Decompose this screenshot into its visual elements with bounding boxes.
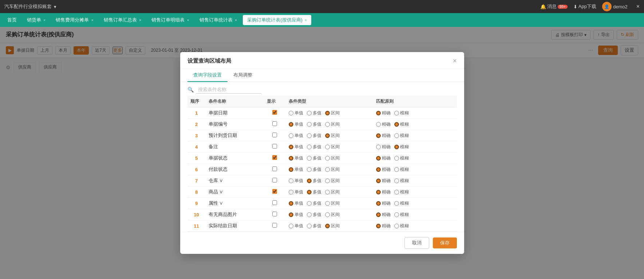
top-close-button[interactable]: × [636, 3, 640, 10]
match-radio-match_exact[interactable]: 精确 [376, 178, 391, 184]
user-menu[interactable]: 👤 demo2 [602, 2, 628, 11]
type-radio-type_single[interactable]: 单值 [289, 223, 303, 229]
match-radio-match_fuzzy[interactable]: 模糊 [394, 189, 409, 195]
type-radio-type_multi[interactable]: 多值 [307, 144, 321, 150]
type-radio-type_multi[interactable]: 多值 [307, 178, 321, 184]
show-checkbox[interactable] [272, 110, 277, 115]
match-radio-match_fuzzy[interactable]: 模糊 [394, 200, 409, 207]
show-checkbox[interactable] [272, 133, 277, 137]
type-radio-type_single[interactable]: 单值 [289, 144, 303, 150]
close-sales-stat3[interactable]: × [235, 18, 237, 22]
row-order: 1 [187, 107, 206, 119]
type-radio-type_range[interactable]: 区间 [325, 212, 340, 218]
match-radio-match_exact[interactable]: 精确 [376, 189, 391, 195]
cancel-button[interactable]: 取消 [404, 237, 429, 249]
row-match: 精确模糊 [373, 141, 457, 153]
type-radio-type_multi[interactable]: 多值 [307, 200, 321, 207]
match-radio-match_fuzzy[interactable]: 模糊 [394, 212, 409, 218]
close-sales-expense[interactable]: × [91, 18, 93, 22]
nav-tab-sales-stat1[interactable]: 销售订单汇总表 × [99, 15, 146, 25]
dropdown-icon[interactable]: ▾ [54, 4, 56, 9]
show-checkbox[interactable] [272, 189, 277, 194]
app-download[interactable]: ⬇ App下载 [573, 3, 596, 10]
show-checkbox[interactable] [272, 223, 277, 228]
type-radio-type_single[interactable]: 单值 [289, 189, 303, 195]
type-radio-type_multi[interactable]: 多值 [307, 212, 321, 218]
type-radio-type_single[interactable]: 单值 [289, 133, 303, 139]
type-radio-type_range[interactable]: 区间 [325, 110, 340, 116]
type-radio-type_range[interactable]: 区间 [325, 189, 340, 195]
type-radio-type_multi[interactable]: 多值 [307, 155, 321, 161]
row-condition-name: 单据日期 [206, 107, 264, 119]
row-show [264, 130, 286, 141]
type-radio-type_multi[interactable]: 多值 [307, 133, 321, 139]
nav-tab-sales-order[interactable]: 销货单 × [23, 15, 50, 25]
type-radio-type_single[interactable]: 单值 [289, 212, 303, 218]
nav-tab-sales-expense[interactable]: 销售费用分摊单 × [51, 15, 98, 25]
close-sales-order[interactable]: × [43, 18, 46, 22]
type-radio-type_range[interactable]: 区间 [325, 133, 340, 139]
nav-tab-sales-stat2[interactable]: 销售订单明细表 × [147, 15, 193, 25]
type-radio-type_range[interactable]: 区间 [325, 166, 340, 173]
match-radio-match_fuzzy[interactable]: 模糊 [394, 223, 409, 229]
type-radio-type_range[interactable]: 区间 [325, 200, 340, 207]
type-radio-type_range[interactable]: 区间 [325, 121, 340, 127]
tab-layout-adjust[interactable]: 布局调整 [228, 69, 258, 82]
match-radio-match_exact[interactable]: 精确 [376, 110, 391, 116]
show-checkbox[interactable] [272, 178, 277, 182]
type-radio-type_range[interactable]: 区间 [325, 223, 340, 229]
nav-tab-sales-stat3[interactable]: 销售订单统计表 × [195, 15, 241, 25]
match-radio-match_exact[interactable]: 精确 [376, 155, 391, 161]
type-radio-type_single[interactable]: 单值 [289, 166, 303, 173]
match-radio-match_exact[interactable]: 精确 [376, 144, 391, 150]
row-show [264, 186, 286, 198]
match-radio-match_fuzzy[interactable]: 模糊 [394, 133, 409, 139]
type-radio-type_range[interactable]: 区间 [325, 155, 340, 161]
row-match: 精确模糊 [373, 153, 457, 164]
show-checkbox[interactable] [272, 166, 277, 171]
modal-close-button[interactable]: × [453, 57, 457, 65]
close-sales-stat2[interactable]: × [187, 18, 189, 22]
match-radio-match_exact[interactable]: 精确 [376, 133, 391, 139]
nav-tab-home[interactable]: 首页 [3, 15, 21, 25]
show-checkbox[interactable] [272, 212, 277, 216]
type-radio-type_range[interactable]: 区间 [325, 178, 340, 184]
tab-query-fields[interactable]: 查询字段设置 [187, 69, 228, 82]
show-checkbox[interactable] [272, 144, 277, 149]
type-radio-type_multi[interactable]: 多值 [307, 189, 321, 195]
match-radio-match_fuzzy[interactable]: 模糊 [394, 178, 409, 184]
match-radio-match_exact[interactable]: 精确 [376, 223, 391, 229]
match-radio-match_exact[interactable]: 精确 [376, 121, 391, 127]
type-radio-type_single[interactable]: 单值 [289, 155, 303, 161]
match-radio-match_exact[interactable]: 精确 [376, 212, 391, 218]
type-radio-type_multi[interactable]: 多值 [307, 223, 321, 229]
match-radio-match_exact[interactable]: 精确 [376, 200, 391, 207]
close-sales-stat1[interactable]: × [139, 18, 141, 22]
type-radio-type_range[interactable]: 区间 [325, 144, 340, 150]
type-radio-type_single[interactable]: 单值 [289, 110, 303, 116]
match-radio-match_fuzzy[interactable]: 模糊 [394, 121, 409, 127]
close-purchase-stat[interactable]: × [305, 18, 307, 22]
show-checkbox[interactable] [272, 200, 277, 205]
type-radio-type_single[interactable]: 单值 [289, 178, 303, 184]
table-row: 3预计到货日期单值多值区间精确模糊 [187, 130, 457, 141]
match-radio-match_fuzzy[interactable]: 模糊 [394, 155, 409, 161]
match-radio-match_fuzzy[interactable]: 模糊 [394, 166, 409, 173]
table-row: 7仓库 ∨单值多值区间精确模糊 [187, 175, 457, 186]
show-checkbox[interactable] [272, 155, 277, 160]
save-button[interactable]: 保存 [433, 237, 457, 248]
type-radio-type_multi[interactable]: 多值 [307, 110, 321, 116]
match-radio-match_fuzzy[interactable]: 模糊 [394, 144, 409, 150]
show-checkbox[interactable] [272, 121, 277, 126]
type-radio-type_multi[interactable]: 多值 [307, 166, 321, 173]
modal-search: 🔍 [180, 82, 464, 96]
nav-tab-purchase-stat[interactable]: 采购订单统计表(按供应商) × [243, 15, 311, 25]
row-show [264, 119, 286, 130]
match-radio-match_fuzzy[interactable]: 模糊 [394, 110, 409, 116]
type-radio-type_single[interactable]: 单值 [289, 121, 303, 127]
notifications[interactable]: 🔔 消息 99+ [540, 3, 568, 10]
match-radio-match_exact[interactable]: 精确 [376, 166, 391, 173]
search-input[interactable] [196, 86, 261, 94]
type-radio-type_multi[interactable]: 多值 [307, 121, 321, 127]
type-radio-type_single[interactable]: 单值 [289, 200, 303, 207]
